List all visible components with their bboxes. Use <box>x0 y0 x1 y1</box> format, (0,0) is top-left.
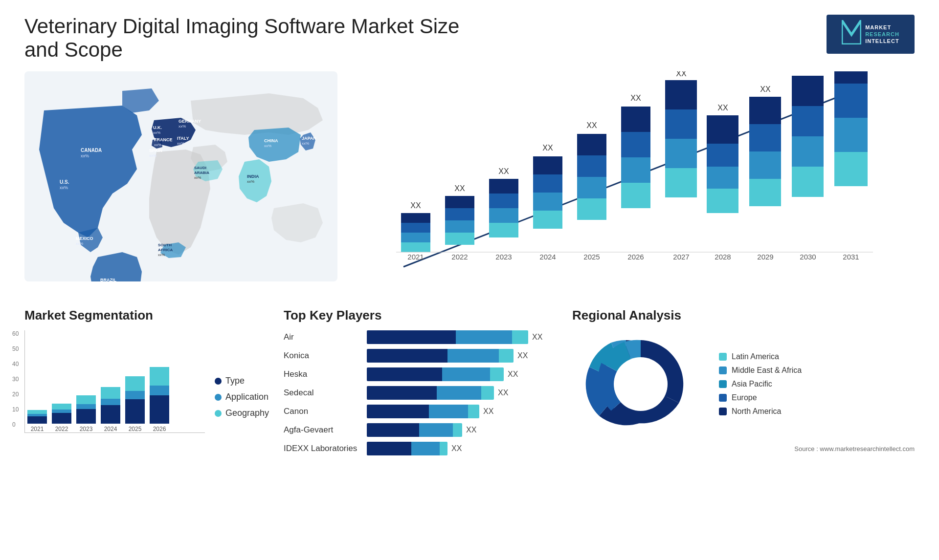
svg-rect-45 <box>445 196 474 208</box>
svg-rect-87 <box>749 124 781 151</box>
svg-rect-60 <box>577 198 606 220</box>
svg-rect-44 <box>445 208 474 220</box>
asia-pacific-color <box>719 380 727 388</box>
svg-text:XX: XX <box>410 201 421 210</box>
svg-text:ITALY: ITALY <box>177 136 189 141</box>
svg-rect-69 <box>621 107 650 132</box>
svg-text:xx%: xx% <box>264 144 271 148</box>
regional-legend: Latin America Middle East & Africa Asia … <box>719 352 802 416</box>
svg-text:xx%: xx% <box>158 253 165 257</box>
svg-text:AFRICA: AFRICA <box>158 248 173 252</box>
logo-letter <box>842 20 861 49</box>
svg-text:XX: XX <box>760 85 771 93</box>
svg-text:xx%: xx% <box>194 175 201 180</box>
svg-rect-81 <box>707 144 738 167</box>
legend-item-type: Type <box>215 376 269 386</box>
svg-text:xx%: xx% <box>149 153 156 158</box>
svg-rect-82 <box>707 115 738 144</box>
svg-text:2023: 2023 <box>495 253 512 261</box>
svg-rect-72 <box>665 168 697 197</box>
svg-rect-61 <box>577 177 606 198</box>
svg-rect-94 <box>792 76 824 106</box>
legend-item-application: Application <box>215 392 269 402</box>
svg-rect-54 <box>533 211 562 229</box>
svg-rect-48 <box>489 223 518 237</box>
svg-rect-49 <box>489 208 518 223</box>
svg-text:XX: XX <box>542 144 553 152</box>
segmentation-title: Market Segmentation <box>24 308 269 323</box>
svg-text:2028: 2028 <box>715 253 731 261</box>
svg-rect-39 <box>401 213 430 223</box>
svg-rect-86 <box>749 151 781 179</box>
svg-text:2027: 2027 <box>673 253 689 261</box>
svg-text:xx%: xx% <box>179 124 186 129</box>
svg-text:2025: 2025 <box>583 253 600 261</box>
svg-rect-50 <box>489 194 518 208</box>
regional-section: Regional Analysis <box>572 308 915 460</box>
svg-text:XX: XX <box>586 121 597 129</box>
svg-text:XX: XX <box>676 71 687 78</box>
geography-dot <box>215 410 222 417</box>
svg-rect-99 <box>834 84 868 118</box>
seg-legend: Type Application Geography <box>215 376 269 433</box>
svg-rect-79 <box>707 189 738 213</box>
svg-marker-0 <box>842 20 861 44</box>
svg-rect-80 <box>707 167 738 189</box>
svg-text:XX: XX <box>717 104 728 112</box>
svg-text:SAUDI: SAUDI <box>194 166 206 170</box>
svg-text:xx%: xx% <box>302 141 309 146</box>
svg-text:SOUTH: SOUTH <box>158 243 172 247</box>
donut-chart-overlay <box>587 330 694 438</box>
page-title: Veterinary Digital Imaging Software Mark… <box>24 15 465 62</box>
svg-rect-55 <box>533 193 562 211</box>
svg-text:xx%: xx% <box>177 141 184 146</box>
svg-rect-57 <box>533 156 562 174</box>
player-row-agfa: Agfa-Gevaert XX <box>284 423 558 437</box>
source-text: Source : www.marketresearchintellect.com <box>572 445 915 452</box>
logo-text: MARKET RESEARCH INTELLECT <box>865 24 899 45</box>
player-row-air: Air XX <box>284 330 558 344</box>
player-row-idexx: IDEXX Laboratories XX <box>284 442 558 455</box>
legend-latin-america: Latin America <box>719 352 802 361</box>
svg-text:XX: XX <box>454 184 465 193</box>
svg-text:XX: XX <box>803 71 813 73</box>
svg-rect-98 <box>834 118 868 152</box>
svg-text:U.K.: U.K. <box>153 125 162 130</box>
svg-rect-43 <box>445 220 474 233</box>
svg-text:CHINA: CHINA <box>264 138 278 143</box>
svg-rect-63 <box>577 134 606 155</box>
svg-text:xx%: xx% <box>60 185 68 190</box>
legend-middle-east: Middle East & Africa <box>719 366 802 375</box>
map-section: CANADA xx% U.S. xx% MEXICO xx% BRAZIL xx… <box>24 71 342 298</box>
player-row-canon: Canon XX <box>284 405 558 418</box>
svg-text:2031: 2031 <box>843 253 859 261</box>
world-map: CANADA xx% U.S. xx% MEXICO xx% BRAZIL xx… <box>24 71 337 281</box>
svg-text:CANADA: CANADA <box>81 148 102 153</box>
donut-container: Latin America Middle East & Africa Asia … <box>572 330 915 438</box>
svg-rect-42 <box>445 233 474 245</box>
svg-rect-91 <box>792 167 824 197</box>
player-row-heska: Heska XX <box>284 367 558 381</box>
svg-rect-97 <box>834 152 868 186</box>
latin-america-color <box>719 353 727 361</box>
legend-north-america: North America <box>719 407 802 416</box>
svg-text:2030: 2030 <box>800 253 816 261</box>
svg-text:JAPAN: JAPAN <box>302 136 316 141</box>
page-container: Veterinary Digital Imaging Software Mark… <box>0 0 939 560</box>
segmentation-section: Market Segmentation 60 50 40 30 20 10 0 <box>24 308 269 460</box>
svg-rect-67 <box>621 157 650 183</box>
svg-text:xx%: xx% <box>153 130 160 135</box>
svg-rect-68 <box>621 132 650 157</box>
north-america-color <box>719 408 727 415</box>
svg-text:XX: XX <box>630 94 641 102</box>
svg-text:SPAIN: SPAIN <box>149 148 162 153</box>
regional-title: Regional Analysis <box>572 308 915 323</box>
svg-text:2024: 2024 <box>539 253 556 261</box>
svg-point-105 <box>614 357 668 411</box>
svg-text:2026: 2026 <box>627 253 644 261</box>
svg-text:FRANCE: FRANCE <box>154 137 173 142</box>
svg-rect-85 <box>749 179 781 206</box>
svg-text:XX: XX <box>498 167 509 175</box>
svg-rect-92 <box>792 136 824 167</box>
logo-box: MARKET RESEARCH INTELLECT <box>827 15 915 54</box>
